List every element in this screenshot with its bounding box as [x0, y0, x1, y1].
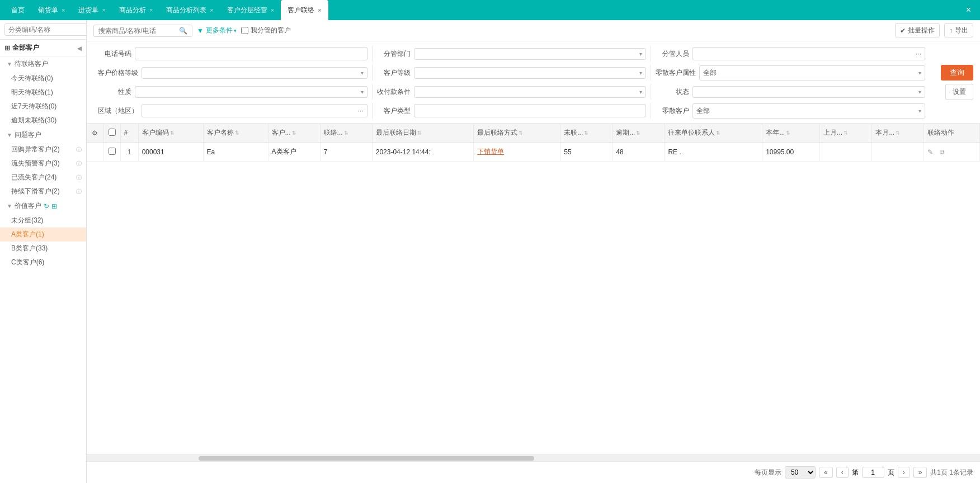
my-customer-check[interactable]: [241, 27, 248, 34]
filter-search-icon[interactable]: 🔍: [179, 27, 187, 35]
group-problem-customers[interactable]: ▼ 问题客户: [0, 127, 86, 143]
last-method-link[interactable]: 下销货单: [477, 148, 504, 155]
first-page-btn[interactable]: «: [819, 467, 833, 478]
filter-search-input[interactable]: [98, 27, 177, 35]
action-edit-icon[interactable]: ✎: [927, 148, 933, 156]
bulk-operation-btn[interactable]: ✔ 批量操作: [895, 23, 940, 37]
horizontal-scrollbar[interactable]: [87, 454, 980, 461]
filter-manager-input[interactable]: ···: [692, 47, 925, 60]
filter-customer-level-select[interactable]: ▾: [414, 67, 647, 79]
close-product-list[interactable]: ×: [210, 7, 213, 13]
page-number-input[interactable]: [862, 467, 884, 478]
select-all-checkbox[interactable]: [109, 129, 116, 136]
filter-customer-level-label: 客户等级: [377, 68, 411, 78]
table-settings-icon[interactable]: [92, 129, 98, 137]
customer-level-arrow: ▾: [639, 70, 642, 76]
th-customer-type[interactable]: 客户...⇅: [268, 124, 320, 143]
last-page-btn[interactable]: »: [913, 467, 927, 478]
group-arrow-problem: ▼: [7, 132, 12, 138]
nav-home[interactable]: 首页: [4, 0, 31, 20]
setting-button[interactable]: 设置: [945, 84, 973, 100]
sort-unit: ⇅: [716, 130, 720, 136]
th-last-contact-method[interactable]: 最后联络方式⇅: [474, 124, 560, 143]
sidebar-collapse-btn[interactable]: [77, 45, 82, 51]
sidebar-item-overdue[interactable]: 逾期未联络(30): [0, 113, 86, 127]
next-page-btn[interactable]: ›: [898, 467, 910, 478]
th-unit-contact[interactable]: 往来单位联系人⇅: [665, 124, 762, 143]
td-this-month: [872, 143, 924, 162]
nav-sales-order[interactable]: 销货单 ×: [31, 0, 72, 20]
sidebar-item-declining[interactable]: 持续下滑客户(2) ⓘ: [0, 184, 86, 198]
close-customer-segment[interactable]: ×: [271, 7, 274, 13]
prev-page-btn[interactable]: ‹: [836, 467, 849, 478]
sidebar-search-input[interactable]: [4, 23, 87, 36]
adv-filter-row-2: 客户价格等级 ▾ 客户等级 ▾: [93, 65, 930, 80]
sidebar-item-a-customers[interactable]: A类客户(1): [0, 228, 86, 242]
th-actions: 联络动作: [924, 124, 980, 143]
all-customers-header[interactable]: ⊞ 全部客户: [0, 40, 86, 56]
dept-dropdown-arrow: ▾: [639, 51, 642, 57]
nav-customer-contact[interactable]: 客户联络 ×: [281, 0, 328, 20]
nav-product-analysis-list[interactable]: 商品分析列表 ×: [159, 0, 220, 20]
sidebar-item-tomorrow[interactable]: 明天待联络(1): [0, 86, 86, 100]
info-icon-churn-warning: ⓘ: [76, 160, 82, 168]
filter-retail-attr-select[interactable]: 全部 ▾: [699, 65, 925, 80]
filter-customer-type-input[interactable]: [414, 104, 647, 117]
close-all-tabs[interactable]: ×: [962, 5, 976, 15]
sidebar-item-repurchase-abnormal[interactable]: 回购异常客户(2) ⓘ: [0, 143, 86, 157]
filter-nature-select[interactable]: ▾: [135, 86, 368, 98]
filter-status-select[interactable]: ▾: [692, 86, 925, 98]
close-purchase-order[interactable]: ×: [102, 7, 105, 13]
scroll-thumb[interactable]: [199, 456, 534, 461]
payment-arrow: ▾: [639, 89, 642, 95]
sidebar-item-churn-warning[interactable]: 流失预警客户(3) ⓘ: [0, 157, 86, 171]
th-last-month[interactable]: 上月...⇅: [820, 124, 872, 143]
sidebar-item-c-customers[interactable]: C类客户(6): [0, 255, 86, 269]
refresh-icon[interactable]: ↻: [44, 202, 49, 210]
nav-product-analysis[interactable]: 商品分析 ×: [112, 0, 159, 20]
th-last-contact-date[interactable]: 最后联络日期⇅: [372, 124, 473, 143]
th-this-month[interactable]: 本月...⇅: [872, 124, 924, 143]
filter-retail-select[interactable]: 全部 ▾: [692, 103, 925, 119]
row-checkbox[interactable]: [109, 148, 116, 155]
settings-value-icon[interactable]: ⊞: [51, 202, 57, 210]
sidebar-item-today[interactable]: 今天待联络(0): [0, 72, 86, 86]
page-size-select[interactable]: 50 100 200: [785, 466, 816, 479]
my-customer-checkbox[interactable]: 我分管的客户: [241, 26, 291, 35]
th-this-year[interactable]: 本年...⇅: [762, 124, 820, 143]
filter-phone-input[interactable]: [135, 47, 368, 60]
nav-purchase-order[interactable]: 进货单 ×: [72, 0, 112, 20]
retail-attr-arrow: ▾: [918, 70, 921, 76]
close-customer-contact[interactable]: ×: [318, 7, 321, 13]
filter-dept-select[interactable]: ▾: [414, 48, 647, 60]
sidebar-item-ungrouped[interactable]: 未分组(32): [0, 214, 86, 228]
status-arrow: ▾: [918, 89, 921, 95]
group-arrow-value: ▼: [7, 203, 12, 209]
filter-nature-label: 性质: [98, 87, 131, 97]
sidebar-item-churned[interactable]: 已流失客户(24) ⓘ: [0, 171, 86, 184]
nav-customer-segment[interactable]: 客户分层经营 ×: [220, 0, 281, 20]
sidebar-item-b-customers[interactable]: B类客户(33): [0, 242, 86, 255]
th-contact-count[interactable]: 联络...⇅: [320, 124, 372, 143]
group-value-customers[interactable]: ▼ 价值客户 ↻ ⊞: [0, 198, 86, 214]
th-not-contacted[interactable]: 未联...⇅: [560, 124, 613, 143]
filter-region-input[interactable]: ···: [142, 104, 368, 117]
th-customer-code[interactable]: 客户编码⇅: [138, 124, 203, 143]
filter-price-level-select[interactable]: ▾: [142, 67, 368, 79]
close-product-analysis[interactable]: ×: [149, 7, 153, 13]
export-btn[interactable]: ↑ 导出: [944, 23, 973, 37]
th-overdue[interactable]: 逾期...⇅: [613, 124, 665, 143]
bulk-check-icon: ✔: [900, 27, 906, 35]
group-pending-contact[interactable]: ▼ 待联络客户: [0, 56, 86, 72]
close-sales-order[interactable]: ×: [62, 7, 65, 13]
more-filter-btn[interactable]: ▼ 更多条件 ▾: [197, 26, 237, 35]
td-contact-count: 7: [320, 143, 372, 162]
th-customer-name[interactable]: 客户名称⇅: [203, 124, 268, 143]
td-this-year: 10995.00: [762, 143, 820, 162]
filter-payment-select[interactable]: ▾: [414, 86, 647, 98]
action-share-icon[interactable]: ⧉: [940, 148, 945, 156]
query-button[interactable]: 查询: [941, 65, 973, 80]
total-records-info: 共1页 1条记录: [930, 468, 973, 477]
sidebar-item-7days[interactable]: 近7天待联络(0): [0, 100, 86, 113]
filter-manager: 分管人员 ···: [651, 47, 930, 60]
